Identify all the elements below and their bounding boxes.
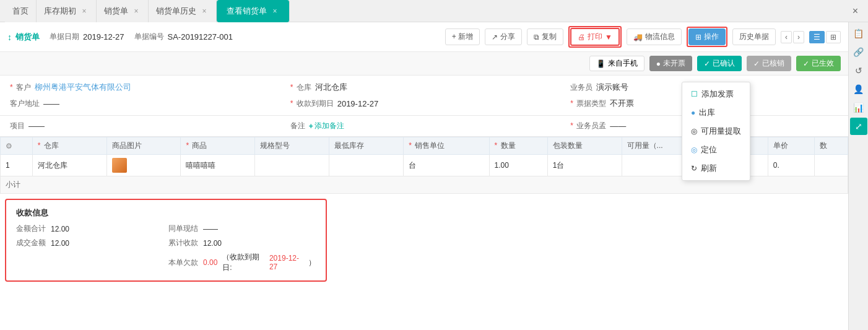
from-phone-button[interactable]: 📱 来自手机 (589, 56, 644, 71)
share-icon: ↗ (492, 33, 498, 41)
view-buttons: ☰ ⊞ (809, 31, 841, 43)
tab-sales-history-close[interactable]: × (200, 7, 209, 15)
doc-header: ↕ 销货单 单据日期 2019-12-27 单据编号 SA-20191227-0… (0, 22, 848, 52)
row-pkg-qty: 1台 (547, 155, 622, 176)
cumulative-payment-value: 12.00 (203, 239, 222, 248)
next-button[interactable]: › (793, 31, 804, 43)
sidebar-icon-person[interactable]: 👤 (850, 80, 867, 98)
row-spec (255, 155, 329, 176)
unopened-button[interactable]: ● 未开票 (649, 56, 692, 71)
date-label: 单据日期 (50, 32, 79, 42)
sidebar-icon-link[interactable]: 🔗 (850, 43, 867, 61)
doc-actions: + 新增 ↗ 分享 ⧉ 复制 🖨 打印 ▼ 🚚 (445, 26, 841, 48)
staff-value: 演示账号 (596, 82, 628, 93)
staff-label: 业务员 (570, 82, 592, 93)
new-button[interactable]: + 新增 (445, 28, 480, 45)
operate-button[interactable]: ⊞ 操作 (688, 28, 726, 45)
cumulative-payment-label: 累计收款 (168, 238, 198, 248)
sidebar-icon-refresh[interactable]: ↺ (850, 62, 867, 79)
date-value: 2019-12-27 (83, 32, 124, 41)
payment-date-label: * 收款到期日 (290, 98, 334, 109)
customer-row: * 客户 柳州粤港平安气体有限公司 (10, 82, 278, 93)
tab-sales-history[interactable]: 销货单历史 × (149, 0, 217, 22)
cancelled-button[interactable]: ✓ 已核销 (747, 56, 791, 71)
number-label: 单据编号 (134, 32, 164, 42)
tab-bar: 首页 库存期初 × 销货单 × 销货单历史 × 查看销货单 × × (0, 0, 868, 22)
ticket-type-label: * 票据类型 (570, 98, 606, 109)
address-label: 客户地址 (10, 98, 40, 109)
row-product: 嘻嘻嘻嘻 (181, 155, 255, 176)
payment-date-row: * 收款到期日 2019-12-27 (290, 98, 558, 109)
print-button[interactable]: 🖨 打印 ▼ (570, 28, 620, 46)
tab-inventory[interactable]: 库存期初 × (37, 0, 97, 22)
warehouse-value: 河北仓库 (315, 82, 347, 93)
effective-button[interactable]: ✓ 已生效 (796, 56, 841, 71)
sidebar-icon-chart[interactable]: 📊 (850, 99, 867, 116)
available-qty-item[interactable]: ◎ 可用量提取 (682, 122, 750, 141)
col-settings[interactable]: ⚙ (1, 137, 33, 155)
print-dropdown-arrow: ▼ (605, 33, 612, 41)
total-amount-row: 金额合计 12.00 (16, 224, 163, 234)
deal-amount-value: 12.00 (51, 239, 69, 248)
effective-icon: ✓ (803, 59, 809, 68)
payment-date-value: 2019-12-27 (337, 99, 379, 108)
logistics-button[interactable]: 🚚 物流信息 (627, 28, 682, 45)
ticket-type-value: 不开票 (610, 98, 634, 109)
same-order-settle-value: —— (203, 225, 218, 233)
col-amount: 数 (815, 137, 848, 155)
confirm-button[interactable]: ✓ 已确认 (697, 56, 742, 71)
settings-icon: ⚙ (6, 142, 12, 150)
status-bar: 📱 来自手机 ● 未开票 ✓ 已确认 ✓ 已核销 ✓ 已生效 (0, 52, 848, 76)
sidebar-icon-expand[interactable]: ⤢ (850, 118, 867, 135)
payment-info-panel: 收款信息 金额合计 12.00 成交金额 12.00 同单现结 —— (5, 199, 327, 282)
address-value: —— (43, 99, 59, 108)
customer-value[interactable]: 柳州粤港平安气体有限公司 (35, 82, 131, 93)
doc-type-label: 销货单 (15, 32, 40, 43)
row-no: 1 (1, 155, 33, 176)
project-value: —— (28, 121, 45, 131)
add-note-button[interactable]: + 添加备注 (309, 121, 344, 131)
outbound-item[interactable]: ● 出库 (682, 103, 750, 122)
refresh-item[interactable]: ↻ 刷新 (682, 159, 750, 178)
row-qty: 1.00 (489, 155, 547, 176)
warehouse-row: * 仓库 河北仓库 (290, 82, 558, 93)
grid-view-button[interactable]: ⊞ (826, 31, 841, 43)
staff2-label: * 业务员孟 (570, 121, 606, 131)
add-note-icon: + (309, 122, 313, 131)
row-amount (815, 155, 848, 176)
product-thumbnail (112, 158, 127, 173)
list-view-button[interactable]: ☰ (809, 31, 825, 43)
add-invoice-icon: ☐ (691, 90, 698, 98)
phone-icon: 📱 (596, 59, 605, 68)
payment-info-left: 金额合计 12.00 成交金额 12.00 (16, 224, 163, 273)
refresh-icon: ↻ (691, 164, 697, 173)
operate-icon: ⊞ (695, 33, 701, 41)
logistics-icon: 🚚 (633, 33, 643, 41)
copy-button[interactable]: ⧉ 复制 (527, 28, 563, 45)
col-min-stock: 最低库存 (329, 137, 404, 155)
locate-item[interactable]: ◎ 定位 (682, 141, 750, 159)
sidebar-icon-clipboard[interactable]: 📋 (850, 25, 867, 42)
tab-home[interactable]: 首页 (5, 0, 37, 22)
history-button[interactable]: 历史单据 (732, 28, 776, 45)
project-label: 项目 (10, 121, 25, 131)
right-sidebar: 📋 🔗 ↺ 👤 📊 ⤢ (848, 22, 868, 330)
tab-view-sales-close[interactable]: × (271, 7, 279, 15)
arrears-row: 本单欠款 0.00 （收款到期日: 2019-12-27 ） (168, 252, 316, 273)
col-unit: * 销售单位 (404, 137, 489, 155)
tab-view-sales[interactable]: 查看销货单 × (217, 0, 290, 22)
row-unit: 台 (404, 155, 489, 176)
add-invoice-item[interactable]: ☐ 添加发票 (682, 85, 750, 103)
share-button[interactable]: ↗ 分享 (485, 28, 522, 45)
window-close-button[interactable]: × (848, 6, 863, 17)
note-row: 备注 + 添加备注 (290, 121, 558, 131)
cumulative-payment-row: 累计收款 12.00 (168, 238, 316, 248)
prev-button[interactable]: ‹ (781, 31, 792, 43)
tab-sales-close[interactable]: × (132, 7, 141, 15)
row-image (106, 155, 181, 176)
row-warehouse: 河北仓库 (32, 155, 106, 176)
tab-sales[interactable]: 销货单 × (97, 0, 149, 22)
tab-inventory-close[interactable]: × (80, 7, 89, 15)
copy-icon: ⧉ (534, 33, 539, 41)
payment-info-right: 同单现结 —— 累计收款 12.00 本单欠款 0.00 （收款到期日: 201… (168, 224, 316, 273)
